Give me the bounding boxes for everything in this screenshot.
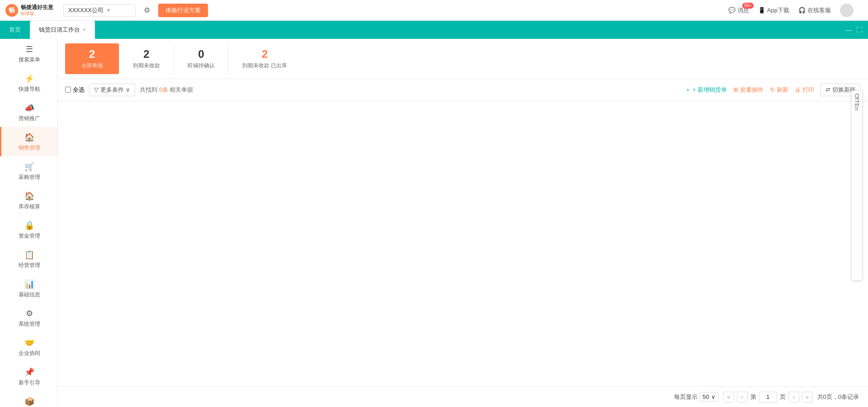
stat-label-shipped: 到期未收款 已出库 xyxy=(242,62,287,70)
sidebar-item-purchase[interactable]: 🛒 采购管理 xyxy=(0,156,57,186)
sidebar-label-purchase: 采购管理 xyxy=(19,173,40,181)
inventory-icon: 🏠 xyxy=(24,191,34,201)
experience-btn[interactable]: 体验行业方案 xyxy=(158,4,208,17)
header-right: 💬 消息 99+ 📱 App下载 🎧 在线客服 xyxy=(728,4,863,17)
batch-btn[interactable]: ⊞ 批量操作 xyxy=(733,86,764,94)
stat-number-pending: 0 xyxy=(198,48,204,61)
logo-area: 畅 畅捷通好生意 标准版 xyxy=(5,4,63,17)
tab-home[interactable]: 首页 xyxy=(0,21,30,39)
quick-nav-icon: ⚡ xyxy=(24,74,34,84)
logo-title: 畅捷通好生意 xyxy=(21,4,53,10)
page-label: 第 xyxy=(750,393,756,401)
tab-minimize-icon[interactable]: — xyxy=(845,26,852,33)
sidebar-item-operations[interactable]: 📋 经营管理 xyxy=(0,244,57,274)
app-download-action[interactable]: 📱 App下载 xyxy=(758,6,789,14)
page-size-dropdown[interactable]: 50 ∨ xyxy=(699,392,718,402)
system-icon: ⚙ xyxy=(26,309,33,318)
stats-row: 2 全部单据 2 到期未收款 0 旺铺待确认 2 到期未收款 已出库 xyxy=(58,39,868,79)
guide-icon: 📌 xyxy=(24,367,34,377)
sidebar-item-base-info[interactable]: 📊 基础信息 xyxy=(0,274,57,303)
sidebar-label-inventory: 库存核算 xyxy=(19,203,40,211)
refresh-btn[interactable]: ↻ 刷新 xyxy=(770,86,788,94)
content-area: 2 全部单据 2 到期未收款 0 旺铺待确认 2 到期未收款 已出库 全选 xyxy=(58,39,868,407)
add-icon: ＋ xyxy=(685,86,691,94)
sidebar-label-base-info: 基础信息 xyxy=(19,291,40,299)
tab-active[interactable]: 钱货日清工作台 × xyxy=(30,21,95,39)
app-download-label: App下载 xyxy=(767,6,789,14)
stat-number-overdue: 2 xyxy=(143,48,149,61)
select-all-label: 全选 xyxy=(73,86,85,94)
page-size-select: 每页显示 50 ∨ xyxy=(674,392,718,402)
tab-bar-actions: — ⛶ xyxy=(845,26,868,33)
app-download-icon: 📱 xyxy=(758,7,765,14)
sidebar-item-guide[interactable]: 📌 新手引导 xyxy=(0,362,57,391)
sidebar: ☰ 搜索菜单 ⚡ 快捷导航 📣 营销推广 🏠 销售管理 🛒 采购管理 🏠 库存核… xyxy=(0,39,58,407)
stat-card-shipped[interactable]: 2 到期未收款 已出库 xyxy=(229,43,301,74)
sidebar-label-quick-nav: 快捷导航 xyxy=(19,85,40,93)
refresh-label: 刷新 xyxy=(777,86,788,94)
message-action[interactable]: 💬 消息 99+ xyxy=(728,6,749,14)
company-selector[interactable]: XXXXXX公司 ▼ xyxy=(63,4,136,17)
stat-card-overdue[interactable]: 2 到期未收款 xyxy=(119,43,174,74)
marketing-icon: 📣 xyxy=(24,103,34,113)
search-menu-icon: ☰ xyxy=(26,44,33,54)
logo-subtitle: 标准版 xyxy=(21,11,53,16)
sidebar-item-system[interactable]: ⚙ 系统管理 xyxy=(0,303,57,332)
stat-card-pending[interactable]: 0 旺铺待确认 xyxy=(174,43,229,74)
per-page-label: 每页显示 xyxy=(674,393,698,401)
filter-icon: ▽ xyxy=(94,86,99,93)
finance-icon: 🔒 xyxy=(24,220,34,230)
message-icon: 💬 xyxy=(728,7,736,14)
stat-label-all: 全部单据 xyxy=(81,62,103,70)
found-count: 0条 xyxy=(159,86,168,93)
sidebar-item-marketing[interactable]: 📣 营销推广 xyxy=(0,98,57,127)
next-page-btn[interactable]: › xyxy=(788,392,799,402)
add-label: + 新增销货单 xyxy=(693,86,727,94)
print-btn[interactable]: 🖨 打印 xyxy=(795,86,814,94)
sidebar-item-inventory[interactable]: 🏠 库存核算 xyxy=(0,186,57,215)
online-support-label: 在线客服 xyxy=(807,6,831,14)
logo-text: 畅捷通好生意 标准版 xyxy=(21,4,53,16)
found-suffix: 相关单据 xyxy=(170,86,193,93)
filter-chevron-icon: ∨ xyxy=(126,86,130,93)
sidebar-label-enterprise: 企业协同 xyxy=(19,350,40,357)
main-layout: ☰ 搜索菜单 ⚡ 快捷导航 📣 营销推广 🏠 销售管理 🛒 采购管理 🏠 库存核… xyxy=(0,39,868,407)
found-prefix: 共找到 xyxy=(140,86,157,93)
operations-icon: 📋 xyxy=(24,250,34,260)
last-page-btn[interactable]: » xyxy=(802,392,813,402)
page-input[interactable] xyxy=(759,392,777,402)
batch-icon: ⊞ xyxy=(733,86,738,93)
page-size-value: 50 xyxy=(703,393,709,400)
sidebar-item-search-menu[interactable]: ☰ 搜索菜单 xyxy=(0,39,57,68)
online-support-action[interactable]: 🎧 在线客服 xyxy=(798,6,831,14)
filter-btn[interactable]: ▽ 更多条件 ∨ xyxy=(89,84,135,96)
often-label: OfTEn xyxy=(851,90,863,281)
page-suffix: 页 xyxy=(780,393,786,401)
settings-icon[interactable]: ⚙ xyxy=(140,4,154,17)
sidebar-item-app-center[interactable]: 📦 应用中心 xyxy=(0,391,57,407)
select-all-checkbox[interactable]: 全选 xyxy=(65,86,85,94)
sidebar-label-guide: 新手引导 xyxy=(19,379,40,387)
user-avatar[interactable] xyxy=(840,4,854,17)
add-sale-btn[interactable]: ＋ + 新增销货单 xyxy=(685,86,727,94)
select-all-input[interactable] xyxy=(65,87,71,93)
batch-label: 批量操作 xyxy=(740,86,764,94)
stat-number-shipped: 2 xyxy=(262,48,268,61)
first-page-btn[interactable]: « xyxy=(723,392,734,402)
stat-number-all: 2 xyxy=(89,48,95,61)
table-area xyxy=(58,101,868,386)
sidebar-item-finance[interactable]: 🔒 资金管理 xyxy=(0,215,57,244)
sidebar-label-sales: 销售管理 xyxy=(19,144,40,152)
tab-maximize-icon[interactable]: ⛶ xyxy=(856,26,863,33)
sidebar-label-marketing: 营销推广 xyxy=(19,115,40,122)
prev-page-btn[interactable]: ‹ xyxy=(737,392,748,402)
stat-label-overdue: 到期未收款 xyxy=(133,62,160,70)
sidebar-item-enterprise[interactable]: 🤝 企业协同 xyxy=(0,332,57,362)
toolbar-right: ＋ + 新增销货单 ⊞ 批量操作 ↻ 刷新 🖨 打印 ⇄ 切换新版 xyxy=(685,84,861,96)
sidebar-item-sales[interactable]: 🏠 销售管理 xyxy=(0,127,57,156)
sidebar-item-quick-nav[interactable]: ⚡ 快捷导航 xyxy=(0,68,57,98)
close-tab-icon[interactable]: × xyxy=(83,27,86,33)
print-icon: 🖨 xyxy=(795,86,801,93)
stat-card-all[interactable]: 2 全部单据 xyxy=(65,43,119,74)
page-nav: « ‹ 第 页 › » xyxy=(723,392,813,402)
